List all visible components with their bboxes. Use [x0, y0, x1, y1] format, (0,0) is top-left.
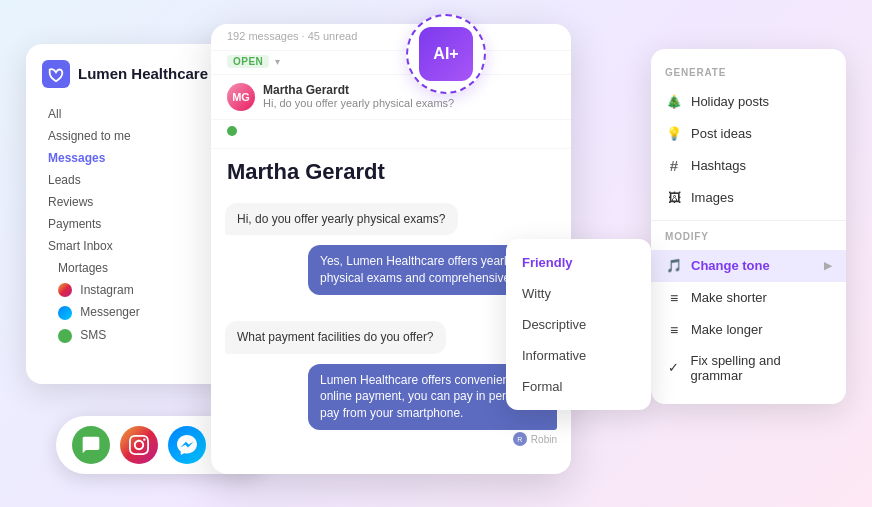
chat-sub-header: 192 messages · 45 unread — [211, 24, 571, 51]
images-label: Images — [691, 190, 734, 205]
chevron-right-icon: ▶ — [824, 260, 832, 271]
sender-avatar-2: R — [513, 432, 527, 446]
logo-icon — [42, 60, 70, 88]
msg-incoming-1: Hi, do you offer yearly physical exams? — [225, 203, 557, 236]
ai-badge: AI+ — [419, 27, 473, 81]
inbox-message-count: 192 messages · 45 unread — [227, 30, 357, 42]
instagram-social-icon[interactable] — [120, 426, 158, 464]
sms-dot — [58, 329, 72, 343]
post-ideas-label: Post ideas — [691, 126, 752, 141]
generate-panel: GENERATE 🎄 Holiday posts 💡 Post ideas # … — [651, 49, 846, 404]
ai-label: AI+ — [433, 45, 458, 63]
modify-fix-spelling[interactable]: ✓ Fix spelling and grammar — [651, 346, 846, 390]
generate-images[interactable]: 🖼 Images — [651, 182, 846, 214]
modify-change-tone[interactable]: 🎵 Change tone ▶ — [651, 250, 846, 282]
holiday-label: Holiday posts — [691, 94, 769, 109]
tone-informative[interactable]: Informative — [506, 340, 651, 371]
ai-circle: AI+ — [406, 14, 486, 94]
modify-make-shorter[interactable]: ≡ Make shorter — [651, 282, 846, 314]
contact-item[interactable]: MG Martha Gerardt Hi, do you offer yearl… — [211, 75, 571, 120]
messenger-dot — [58, 306, 72, 320]
images-icon: 🖼 — [665, 189, 683, 207]
generate-post-ideas[interactable]: 💡 Post ideas — [651, 118, 846, 150]
contact-preview: Hi, do you offer yearly physical exams? — [263, 97, 454, 109]
tone-descriptive[interactable]: Descriptive — [506, 309, 651, 340]
smart-inbox-label: Smart Inbox — [48, 239, 113, 253]
open-badge: OPEN — [227, 55, 269, 68]
chat-header-name: Martha Gerardt — [227, 159, 555, 185]
tone-icon: 🎵 — [665, 257, 683, 275]
tone-submenu: Friendly Witty Descriptive Informative F… — [506, 239, 651, 410]
tone-witty[interactable]: Witty — [506, 278, 651, 309]
hashtags-label: Hashtags — [691, 158, 746, 173]
dropdown-arrow[interactable]: ▾ — [275, 56, 280, 67]
spelling-icon: ✓ — [665, 359, 682, 377]
msg-bubble-2: What payment facilities do you offer? — [225, 321, 446, 354]
change-tone-label: Change tone — [691, 258, 770, 273]
generate-holiday-posts[interactable]: 🎄 Holiday posts — [651, 86, 846, 118]
holiday-icon: 🎄 — [665, 93, 683, 111]
hashtag-icon: # — [665, 157, 683, 175]
fix-spelling-label: Fix spelling and grammar — [690, 353, 832, 383]
modify-make-longer[interactable]: ≡ Make longer — [651, 314, 846, 346]
generate-section-label: GENERATE — [651, 63, 846, 86]
instagram-dot — [58, 283, 72, 297]
company-name: Lumen Healthcare — [78, 65, 208, 82]
sms-social-icon[interactable] — [72, 426, 110, 464]
ideas-icon: 💡 — [665, 125, 683, 143]
contact-avatar: MG — [227, 83, 255, 111]
tone-formal[interactable]: Formal — [506, 371, 651, 402]
generate-hashtags[interactable]: # Hashtags — [651, 150, 846, 182]
status-dot — [227, 126, 237, 136]
messenger-social-icon[interactable] — [168, 426, 206, 464]
make-longer-label: Make longer — [691, 322, 763, 337]
modify-section-label: MODIFY — [651, 227, 846, 250]
make-shorter-label: Make shorter — [691, 290, 767, 305]
tone-friendly[interactable]: Friendly — [506, 247, 651, 278]
divider — [651, 220, 846, 221]
scene: Lumen Healthcare All 3.5K Assigned to me… — [26, 24, 846, 484]
msg-bubble: Hi, do you offer yearly physical exams? — [225, 203, 458, 236]
shorter-icon: ≡ — [665, 289, 683, 307]
longer-icon: ≡ — [665, 321, 683, 339]
msg-sender-2: R Robin — [513, 432, 557, 446]
